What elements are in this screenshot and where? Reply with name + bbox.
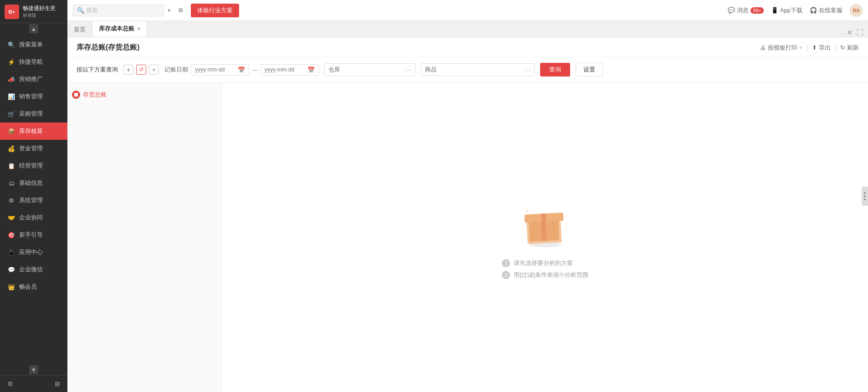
industry-btn[interactable]: 体验行业方案 [191,4,239,17]
guide-icon: 🎯 [7,231,15,239]
date-from-field[interactable] [195,66,236,73]
print-btn[interactable]: 🖨 按模板打印 ▾ [760,44,802,52]
tab-home[interactable]: 首页 [67,22,92,37]
sidebar-scroll-up[interactable]: ▲ [29,24,38,33]
app-download-btn[interactable]: 📱 App下载 [771,6,802,15]
empty-state: 1 请先选择要分析的方案 2 用[过滤]条件来缩小分析范围 [502,195,588,279]
sidebar-item-apps[interactable]: 📱 应用中心 [0,244,67,261]
date-to-field[interactable] [265,66,306,73]
export-label: 导出 [819,44,831,52]
operations-icon: 📋 [7,162,15,170]
page-content: 库存总账(存货总账) 🖨 按模板打印 ▾ ⬆ 导出 ↻ 刷新 [67,37,868,392]
wechat-icon: 💬 [7,265,15,274]
hint-text-2: 用[过滤]条件来缩小分析范围 [514,271,588,279]
scheme-item-inventory[interactable]: 存货总账 [67,87,222,102]
expand-panel-icon[interactable]: ⛶ [856,29,863,37]
settings-btn[interactable]: 设置 [576,63,603,76]
query-btn[interactable]: 查询 [540,63,570,76]
sidebar-item-marketing[interactable]: 📣 营销推广 [0,71,67,88]
topbar-gear-btn[interactable]: ⚙ [174,4,187,17]
sidebar-item-label: 应用中心 [19,248,43,256]
export-btn[interactable]: ⬆ 导出 [812,44,831,52]
search-icon: 🔍 [77,7,84,14]
refresh-btn[interactable]: ↻ 刷新 [840,44,859,52]
sidebar-item-label: 营销推广 [19,75,43,83]
sidebar-item-basic[interactable]: 🗂 基础信息 [0,174,67,192]
calendar-to-icon[interactable]: 📅 [307,66,315,73]
sidebar-item-purchase[interactable]: 🛒 采购管理 [0,105,67,122]
print-dropdown-icon: ▾ [799,44,802,51]
sales-icon: 📊 [7,92,15,101]
collapse-sidebar-btn[interactable]: ⊞ [55,380,60,387]
topbar-search-area[interactable]: 🔍 搜索 [73,5,164,16]
filter-collapse-btn[interactable]: « [149,65,159,75]
sidebar-item-cooperation[interactable]: 🤝 企业协同 [0,209,67,226]
product-input[interactable]: 商品 ··· [421,63,535,76]
page-header-actions: 🖨 按模板打印 ▾ ⬆ 导出 ↻ 刷新 [760,44,859,52]
user-avatar[interactable]: Rit [850,4,863,17]
tab-inventory-ledger[interactable]: 库存成本总账 × [92,21,147,37]
sidebar-item-quick-nav[interactable]: ⚡ 快捷导航 [0,53,67,71]
filter-reset-btn[interactable]: ↺ [136,65,146,75]
sidebar-item-finance[interactable]: 💰 资金管理 [0,140,67,157]
sidebar-item-vip[interactable]: 👑 畅会员 [0,278,67,295]
refresh-icon: ↻ [840,44,845,51]
sidebar-scroll-down[interactable]: ▼ [29,365,38,374]
date-separator: — [252,66,258,73]
sidebar-item-system[interactable]: ⚙ 系统管理 [0,192,67,209]
filter-date-field: 记账日期 📅 — 📅 [164,64,319,76]
warehouse-label: 仓库 [328,66,340,74]
svg-point-9 [524,224,525,225]
side-panel-toggle[interactable] [862,187,868,206]
online-support-btn[interactable]: 🎧 在线客服 [810,6,842,15]
filter-add-btn[interactable]: + [123,65,133,75]
sidebar-item-label: 企业协同 [19,214,43,222]
logo-icon: B+ [5,5,19,19]
topbar: 🔍 搜索 ▾ ⚙ 体验行业方案 💬 消息 99+ 📱 App下载 🎧 在线客服 [67,0,868,21]
sidebar: B+ 畅捷通好生意 标准版 ▲ 🔍 搜索菜单 ⚡ 快捷导航 📣 营销推广 📊 销… [0,0,67,392]
sidebar-item-label: 库存核算 [19,127,43,135]
sidebar-item-guide[interactable]: 🎯 新手引导 [0,226,67,244]
sidebar-footer: ⚙ ⊞ [0,375,67,392]
page-title: 库存总账(存货总账) [77,43,140,52]
product-more-btn[interactable]: ··· [525,66,531,73]
hint-num-1: 1 [502,259,510,267]
basic-icon: 🗂 [7,179,15,187]
marketing-icon: 📣 [7,75,15,83]
product-label: 商品 [425,66,437,74]
topbar-dropdown-icon[interactable]: ▾ [168,7,171,14]
calendar-from-icon[interactable]: 📅 [238,66,245,73]
sidebar-item-label: 销售管理 [19,92,43,101]
toggle-dot-3 [864,199,866,200]
sidebar-item-search[interactable]: 🔍 搜索菜单 [0,36,67,53]
page-header: 库存总账(存货总账) 🖨 按模板打印 ▾ ⬆ 导出 ↻ 刷新 [67,37,868,57]
warehouse-more-btn[interactable]: ··· [406,66,411,73]
scheme-icon [72,91,80,99]
online-support-label: 在线客服 [819,6,842,15]
warehouse-input[interactable]: 仓库 ··· [324,63,415,76]
close-panel-icon[interactable]: ✕ [847,28,853,37]
sidebar-item-label: 采购管理 [19,110,43,118]
svg-rect-0 [74,93,78,97]
finance-icon: 💰 [7,144,15,153]
svg-point-7 [526,210,528,212]
settings-footer-btn[interactable]: ⚙ [7,380,13,387]
empty-hint-1: 1 请先选择要分析的方案 [502,259,588,267]
topbar-left: 🔍 搜索 ▾ ⚙ 体验行业方案 [73,4,723,17]
message-btn[interactable]: 💬 消息 99+ [728,6,764,15]
tab-close-icon[interactable]: × [137,25,140,32]
empty-illustration [518,195,572,250]
toggle-dot-2 [864,195,866,197]
vip-icon: 👑 [7,283,15,291]
sidebar-item-label: 系统管理 [19,196,43,204]
sidebar-item-sales[interactable]: 📊 销售管理 [0,88,67,105]
quick-nav-icon: ⚡ [7,58,15,66]
tab-active-label: 库存成本总账 [99,25,134,33]
date-from-input[interactable]: 📅 [191,64,249,76]
sidebar-item-operations[interactable]: 📋 经营管理 [0,157,67,174]
main-content: 🔍 搜索 ▾ ⚙ 体验行业方案 💬 消息 99+ 📱 App下载 🎧 在线客服 [67,0,868,392]
sidebar-item-inventory[interactable]: 📦 库存核算 [0,122,67,140]
date-to-input[interactable]: 📅 [260,64,319,76]
sidebar-item-wechat[interactable]: 💬 企业微信 [0,261,67,278]
toggle-dot-1 [864,192,866,194]
